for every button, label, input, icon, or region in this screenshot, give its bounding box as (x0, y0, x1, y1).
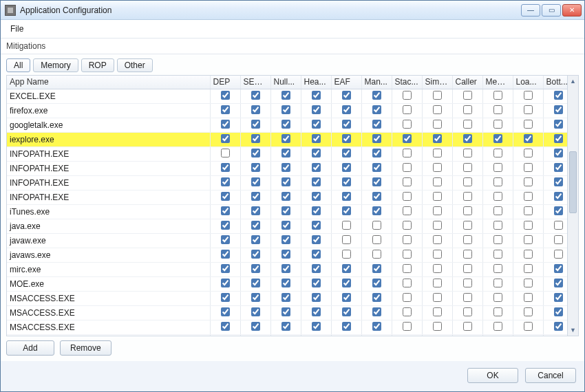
checkbox-bott[interactable] (554, 307, 563, 316)
checkbox-loa[interactable] (524, 134, 533, 143)
checkbox-man[interactable] (372, 206, 381, 215)
checkbox-caller[interactable] (463, 206, 472, 215)
checkbox-hea[interactable] (312, 149, 321, 157)
checkbox-loa[interactable] (524, 322, 533, 331)
checkbox-eaf[interactable] (342, 322, 351, 331)
checkbox-stac[interactable] (403, 120, 412, 129)
checkbox-stac[interactable] (403, 149, 412, 157)
checkbox-stac[interactable] (403, 235, 412, 244)
checkbox-sime[interactable] (433, 250, 442, 259)
checkbox-null[interactable] (281, 134, 290, 143)
checkbox-eaf[interactable] (342, 307, 351, 316)
checkbox-eaf[interactable] (342, 279, 351, 287)
checkbox-bott[interactable] (554, 192, 563, 201)
checkbox-mem[interactable] (493, 134, 502, 143)
checkbox-sehop[interactable] (251, 221, 260, 230)
checkbox-sehop[interactable] (251, 177, 260, 186)
col-dep[interactable]: DEP (210, 76, 240, 89)
checkbox-stac[interactable] (403, 293, 412, 302)
table-row[interactable]: EXCEL.EXE (7, 89, 567, 103)
checkbox-sime[interactable] (433, 221, 442, 230)
checkbox-hea[interactable] (312, 322, 321, 331)
checkbox-sime[interactable] (433, 120, 442, 129)
checkbox-stac[interactable] (403, 177, 412, 186)
checkbox-man[interactable] (372, 91, 381, 100)
checkbox-sime[interactable] (433, 293, 442, 302)
checkbox-hea[interactable] (312, 235, 321, 244)
checkbox-loa[interactable] (524, 264, 533, 273)
ok-button[interactable]: OK (467, 368, 518, 383)
checkbox-man[interactable] (372, 307, 381, 316)
checkbox-dep[interactable] (221, 264, 230, 273)
checkbox-bott[interactable] (554, 293, 563, 302)
checkbox-man[interactable] (372, 250, 381, 259)
checkbox-mem[interactable] (493, 149, 502, 157)
checkbox-caller[interactable] (463, 264, 472, 273)
checkbox-eaf[interactable] (342, 149, 351, 157)
checkbox-sime[interactable] (433, 279, 442, 287)
table-row[interactable]: javaws.exe (7, 248, 567, 262)
checkbox-loa[interactable] (524, 221, 533, 230)
checkbox-sehop[interactable] (251, 307, 260, 316)
col-man[interactable]: Man... (361, 76, 392, 89)
checkbox-sime[interactable] (433, 149, 442, 157)
checkbox-eaf[interactable] (342, 134, 351, 143)
checkbox-eaf[interactable] (342, 120, 351, 129)
checkbox-sehop[interactable] (251, 250, 260, 259)
checkbox-dep[interactable] (221, 105, 230, 114)
table-row[interactable]: INFOPATH.EXE (7, 146, 567, 161)
col-eaf[interactable]: EAF (331, 76, 361, 89)
col-hea[interactable]: Hea... (301, 76, 331, 89)
scroll-down-icon[interactable]: ▼ (569, 325, 577, 335)
checkbox-eaf[interactable] (342, 221, 351, 230)
checkbox-eaf[interactable] (342, 235, 351, 244)
checkbox-hea[interactable] (312, 134, 321, 143)
checkbox-mem[interactable] (493, 177, 502, 186)
checkbox-bott[interactable] (554, 235, 563, 244)
checkbox-stac[interactable] (403, 91, 412, 100)
maximize-button[interactable]: ▭ (542, 4, 561, 17)
checkbox-mem[interactable] (493, 293, 502, 302)
checkbox-bott[interactable] (554, 91, 563, 100)
table-row[interactable]: javaw.exe (7, 233, 567, 248)
checkbox-sime[interactable] (433, 322, 442, 331)
col-sehop[interactable]: SEHOP (240, 76, 270, 89)
checkbox-dep[interactable] (221, 120, 230, 129)
checkbox-caller[interactable] (463, 221, 472, 230)
table-row[interactable]: INFOPATH.EXE (7, 175, 567, 190)
scrollbar-thumb[interactable] (569, 151, 577, 213)
checkbox-caller[interactable] (463, 120, 472, 129)
checkbox-man[interactable] (372, 264, 381, 273)
checkbox-hea[interactable] (312, 279, 321, 287)
checkbox-caller[interactable] (463, 105, 472, 114)
col-stac[interactable]: Stac... (392, 76, 422, 89)
checkbox-loa[interactable] (524, 177, 533, 186)
checkbox-null[interactable] (281, 279, 290, 287)
checkbox-null[interactable] (281, 120, 290, 129)
checkbox-bott[interactable] (554, 120, 563, 129)
checkbox-man[interactable] (372, 177, 381, 186)
checkbox-sehop[interactable] (251, 192, 260, 201)
checkbox-caller[interactable] (463, 134, 472, 143)
checkbox-bott[interactable] (554, 250, 563, 259)
minimize-button[interactable]: — (521, 4, 540, 17)
checkbox-null[interactable] (281, 235, 290, 244)
checkbox-man[interactable] (372, 149, 381, 157)
col-bott[interactable]: Bott... (543, 76, 567, 89)
checkbox-null[interactable] (281, 105, 290, 114)
checkbox-eaf[interactable] (342, 105, 351, 114)
checkbox-loa[interactable] (524, 120, 533, 129)
checkbox-loa[interactable] (524, 192, 533, 201)
col-loa[interactable]: Loa... (513, 76, 543, 89)
checkbox-dep[interactable] (221, 134, 230, 143)
checkbox-loa[interactable] (524, 206, 533, 215)
add-button[interactable]: Add (6, 340, 54, 356)
checkbox-sehop[interactable] (251, 235, 260, 244)
checkbox-man[interactable] (372, 163, 381, 172)
checkbox-hea[interactable] (312, 307, 321, 316)
checkbox-sime[interactable] (433, 206, 442, 215)
tab-all[interactable]: All (6, 58, 30, 72)
checkbox-mem[interactable] (493, 91, 502, 100)
checkbox-loa[interactable] (524, 163, 533, 172)
checkbox-eaf[interactable] (342, 250, 351, 259)
